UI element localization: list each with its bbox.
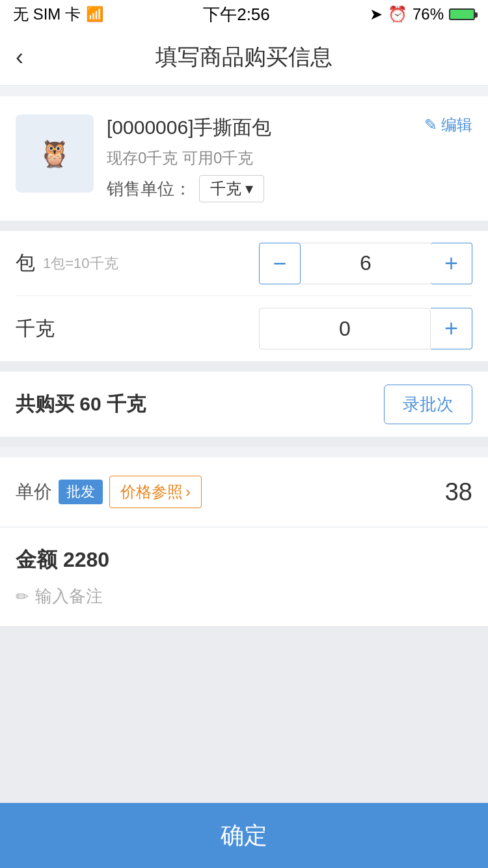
location-icon: ➤ bbox=[370, 5, 383, 23]
battery-text: 76% bbox=[413, 5, 444, 23]
kg-input[interactable] bbox=[259, 308, 431, 349]
nav-bar: ‹ 填写商品购买信息 bbox=[0, 29, 488, 86]
quantity-control-bao: − + bbox=[259, 243, 472, 284]
product-stock: 现存0千克 可用0千克 bbox=[107, 148, 472, 169]
edit-icon: ✎ bbox=[424, 116, 437, 134]
product-unit-row: 销售单位： 千克 ▾ bbox=[107, 175, 472, 202]
edit-label: 编辑 bbox=[441, 115, 472, 135]
bao-hint: 1包=10千克 bbox=[43, 254, 118, 273]
quantity-row-bao: 包 1包=10千克 − + bbox=[16, 231, 472, 296]
confirm-button[interactable]: 确定 bbox=[0, 803, 488, 868]
status-left: 无 SIM 卡 📶 bbox=[13, 4, 103, 25]
price-label: 单价 批发 价格参照 › bbox=[16, 476, 202, 508]
bao-text: 包 bbox=[16, 250, 35, 277]
total-unit: 千克 bbox=[107, 393, 146, 414]
carrier-text: 无 SIM 卡 bbox=[13, 4, 81, 25]
pencil-icon: ✏ bbox=[16, 588, 29, 606]
page-title: 填写商品购买信息 bbox=[156, 42, 332, 72]
quantity-row-kg: 千克 + bbox=[16, 296, 472, 361]
amount-section: 金额 2280 ✏ 输入备注 bbox=[0, 528, 488, 626]
price-text: 单价 bbox=[16, 480, 52, 504]
quantity-label-kg: 千克 bbox=[16, 316, 55, 342]
product-image: 🦉 bbox=[16, 115, 94, 193]
decrease-bao-button[interactable]: − bbox=[259, 243, 301, 284]
product-name: [0000006]手撕面包 bbox=[107, 115, 472, 141]
unit-dropdown-icon: ▾ bbox=[245, 180, 253, 198]
batch-button[interactable]: 录批次 bbox=[384, 385, 472, 424]
unit-select[interactable]: 千克 ▾ bbox=[199, 175, 264, 202]
amount-label: 金额 bbox=[16, 548, 57, 571]
total-amount: 60 bbox=[79, 393, 101, 414]
note-row[interactable]: ✏ 输入备注 bbox=[16, 585, 472, 608]
price-ref-button[interactable]: 价格参照 › bbox=[109, 476, 202, 508]
alarm-icon: ⏰ bbox=[388, 5, 407, 23]
quantity-section: 包 1包=10千克 − + 千克 + bbox=[0, 231, 488, 361]
unit-value: 千克 bbox=[210, 178, 241, 199]
amount-value: 2280 bbox=[63, 548, 109, 571]
back-button[interactable]: ‹ bbox=[16, 44, 23, 71]
bao-input[interactable] bbox=[301, 243, 431, 284]
price-ref-arrow: › bbox=[185, 483, 191, 501]
section-divider-1 bbox=[0, 221, 488, 231]
section-divider-2 bbox=[0, 361, 488, 372]
price-value: 38 bbox=[445, 478, 472, 506]
kg-text: 千克 bbox=[16, 316, 55, 342]
quantity-label-bao: 包 1包=10千克 bbox=[16, 250, 118, 277]
status-bar: 无 SIM 卡 📶 下午2:56 ➤ ⏰ 76% bbox=[0, 0, 488, 29]
edit-button[interactable]: ✎ 编辑 bbox=[424, 115, 472, 135]
wifi-icon: 📶 bbox=[86, 6, 103, 23]
quantity-control-kg: + bbox=[259, 308, 472, 349]
price-ref-label: 价格参照 bbox=[120, 481, 183, 502]
total-section: 共购买 60 千克 录批次 bbox=[0, 372, 488, 437]
total-text: 共购买 60 千克 bbox=[16, 391, 146, 418]
price-tag: 批发 bbox=[59, 480, 103, 504]
unit-label: 销售单位： bbox=[107, 178, 191, 200]
price-section: 单价 批发 价格参照 › 38 bbox=[0, 457, 488, 526]
section-divider-3 bbox=[0, 437, 488, 447]
increase-bao-button[interactable]: + bbox=[431, 243, 472, 284]
battery-icon bbox=[449, 8, 475, 20]
status-time: 下午2:56 bbox=[203, 3, 270, 26]
increase-kg-button[interactable]: + bbox=[431, 308, 472, 349]
total-prefix: 共购买 bbox=[16, 393, 74, 414]
product-info: [0000006]手撕面包 现存0千克 可用0千克 销售单位： 千克 ▾ bbox=[107, 115, 472, 202]
product-logo: 🦉 bbox=[38, 139, 71, 169]
product-card: 🦉 [0000006]手撕面包 现存0千克 可用0千克 销售单位： 千克 ▾ ✎… bbox=[0, 96, 488, 221]
status-right: ➤ ⏰ 76% bbox=[370, 5, 475, 23]
amount-row: 金额 2280 bbox=[16, 546, 472, 575]
note-placeholder: 输入备注 bbox=[35, 585, 103, 608]
